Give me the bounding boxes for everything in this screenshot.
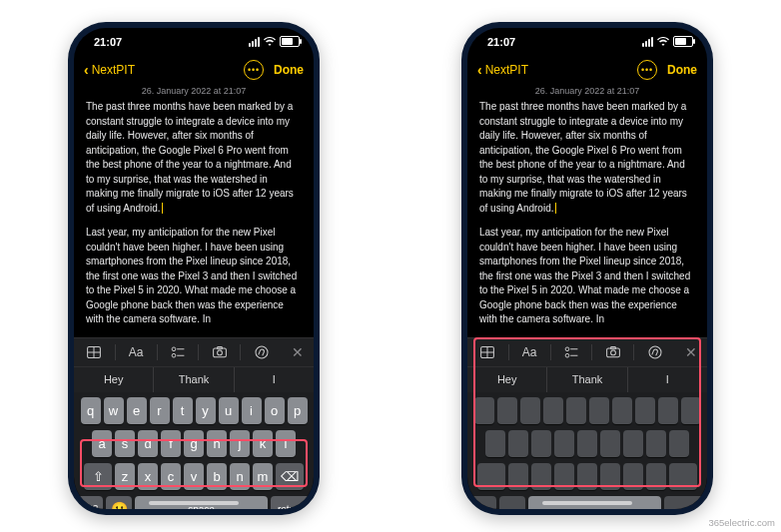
key-m[interactable]: m xyxy=(253,463,273,490)
key-backspace[interactable]: ⌫ xyxy=(276,463,304,490)
handwriting-button[interactable] xyxy=(634,344,675,360)
text-cursor xyxy=(162,203,163,214)
key-g[interactable]: g xyxy=(184,430,204,457)
suggestion-1[interactable]: Thank xyxy=(547,367,627,392)
checklist-button[interactable] xyxy=(158,344,199,360)
key-l[interactable]: l xyxy=(276,430,296,457)
svg-point-25 xyxy=(649,346,661,358)
key-t[interactable]: t xyxy=(173,397,193,424)
key-b[interactable]: b xyxy=(207,463,227,490)
key-y[interactable]: y xyxy=(196,397,216,424)
keyboard-trackpad-mode[interactable] xyxy=(467,392,707,510)
suggestion-0[interactable]: Hey xyxy=(74,367,154,392)
home-indicator[interactable] xyxy=(149,501,239,505)
toolbar-close-button[interactable]: ✕ xyxy=(282,344,314,360)
status-icons xyxy=(249,36,300,47)
key-q[interactable]: q xyxy=(81,397,101,424)
more-options-button[interactable]: ••• xyxy=(244,60,264,80)
note-body[interactable]: The past three months have been marked b… xyxy=(467,100,707,327)
suggestion-2[interactable]: I xyxy=(235,367,314,392)
key-shift[interactable]: ⇧ xyxy=(84,463,112,490)
nav-bar: ‹ NextPIT ••• Done xyxy=(467,56,707,84)
checklist-button[interactable] xyxy=(551,344,592,360)
nav-bar: ‹ NextPIT ••• Done xyxy=(74,56,314,84)
phone-left: 21:07 ‹ NextPIT ••• Done 26. January 202… xyxy=(68,22,320,515)
key-o[interactable]: o xyxy=(265,397,285,424)
blank-key xyxy=(577,463,597,490)
key-return[interactable]: return xyxy=(271,496,311,510)
blank-key xyxy=(554,430,574,457)
cellular-signal-icon xyxy=(642,37,653,47)
watermark: 365electric.com xyxy=(708,517,775,528)
blank-key xyxy=(635,397,655,424)
format-toolbar: Aa ✕ xyxy=(467,337,707,367)
toolbar-close-button[interactable]: ✕ xyxy=(675,344,707,360)
nav-actions: ••• Done xyxy=(244,60,304,80)
key-j[interactable]: j xyxy=(230,430,250,457)
back-button[interactable]: ‹ NextPIT xyxy=(84,62,135,78)
key-z[interactable]: z xyxy=(115,463,135,490)
screen: 21:07 ‹ NextPIT ••• Done 26. January 202… xyxy=(74,28,314,509)
key-i[interactable]: i xyxy=(242,397,262,424)
back-label: NextPIT xyxy=(92,63,135,77)
suggestion-2[interactable]: I xyxy=(628,367,707,392)
key-k[interactable]: k xyxy=(253,430,273,457)
kb-row-1-blank xyxy=(470,397,704,424)
key-x[interactable]: x xyxy=(138,463,158,490)
key-w[interactable]: w xyxy=(104,397,124,424)
screen: 21:07 ‹ NextPIT ••• Done 26. January 202… xyxy=(467,28,707,509)
key-u[interactable]: u xyxy=(219,397,239,424)
svg-point-10 xyxy=(256,346,268,358)
svg-point-23 xyxy=(610,350,615,355)
note-body[interactable]: The past three months have been marked b… xyxy=(74,100,314,327)
done-button[interactable]: Done xyxy=(274,63,304,77)
camera-button[interactable] xyxy=(199,344,240,360)
svg-point-8 xyxy=(217,350,222,355)
blank-key xyxy=(664,496,704,510)
blank-key xyxy=(499,496,525,510)
blank-key xyxy=(470,496,496,510)
key-s[interactable]: s xyxy=(115,430,135,457)
blank-key xyxy=(566,397,586,424)
chevron-left-icon: ‹ xyxy=(84,62,89,78)
key-r[interactable]: r xyxy=(150,397,170,424)
blank-key xyxy=(658,397,678,424)
note-para-1: The past three months have been marked b… xyxy=(479,101,687,214)
back-label: NextPIT xyxy=(485,63,528,77)
table-button[interactable] xyxy=(74,344,115,360)
key-emoji[interactable]: 😀 xyxy=(106,496,132,510)
key-f[interactable]: f xyxy=(161,430,181,457)
kb-row-1: q w e r t y u i o p xyxy=(77,397,311,424)
camera-button[interactable] xyxy=(592,344,633,360)
done-button[interactable]: Done xyxy=(667,63,697,77)
keyboard: q w e r t y u i o p a s d f g h xyxy=(74,392,314,510)
suggestion-0[interactable]: Hey xyxy=(467,367,547,392)
kb-row-3-blank xyxy=(470,463,704,490)
key-p[interactable]: p xyxy=(288,397,308,424)
suggestion-1[interactable]: Thank xyxy=(154,367,234,392)
svg-point-3 xyxy=(172,346,176,350)
note-para-2: Last year, my anticipation for the new P… xyxy=(86,226,302,327)
key-d[interactable]: d xyxy=(138,430,158,457)
handwriting-button[interactable] xyxy=(241,344,282,360)
svg-point-18 xyxy=(565,346,569,350)
key-v[interactable]: v xyxy=(184,463,204,490)
key-a[interactable]: a xyxy=(92,430,112,457)
key-n[interactable]: n xyxy=(230,463,250,490)
table-button[interactable] xyxy=(467,344,508,360)
wifi-icon xyxy=(264,37,276,46)
key-c[interactable]: c xyxy=(161,463,181,490)
more-options-button[interactable]: ••• xyxy=(637,60,657,80)
svg-point-19 xyxy=(565,353,569,357)
chevron-left-icon: ‹ xyxy=(477,62,482,78)
home-indicator[interactable] xyxy=(542,501,632,505)
kb-row-2-blank xyxy=(470,430,704,457)
close-icon: ✕ xyxy=(685,344,697,360)
key-e[interactable]: e xyxy=(127,397,147,424)
key-h[interactable]: h xyxy=(207,430,227,457)
back-button[interactable]: ‹ NextPIT xyxy=(477,62,528,78)
text-format-button[interactable]: Aa xyxy=(116,345,157,359)
text-format-button[interactable]: Aa xyxy=(509,345,550,359)
key-numbers[interactable]: 123 xyxy=(77,496,103,510)
blank-key xyxy=(681,397,701,424)
